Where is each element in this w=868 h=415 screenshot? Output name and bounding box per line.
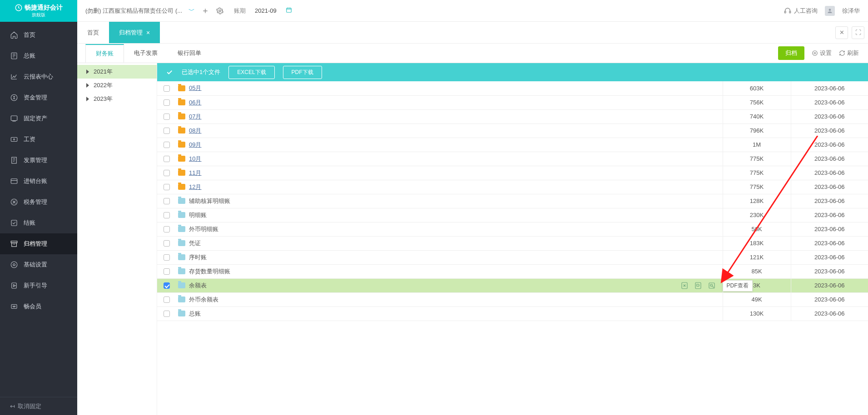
add-icon[interactable] <box>201 7 209 15</box>
table-row[interactable]: 总账 130K 2023-06-06 <box>157 306 868 321</box>
sidebar-item-settings[interactable]: 基础设置 <box>0 254 77 275</box>
sidebar-item-invoice[interactable]: 发票管理 <box>0 150 77 171</box>
file-icon <box>178 311 185 316</box>
folder-link[interactable]: 05月 <box>189 84 201 92</box>
table-row[interactable]: 06月 756K 2023-06-06 <box>157 95 868 109</box>
svg-rect-20 <box>789 11 791 13</box>
sidebar-item-guide[interactable]: 新手引导 <box>0 275 77 296</box>
table-row[interactable]: 明细账 230K 2023-06-06 <box>157 208 868 222</box>
subtab[interactable]: 财务账 <box>85 44 124 63</box>
table-row[interactable]: 07月 740K 2023-06-06 <box>157 109 868 124</box>
table-row[interactable]: 外币余额表 49K 2023-06-06 <box>157 292 868 306</box>
folder-link[interactable]: 07月 <box>189 113 201 121</box>
tax-icon <box>10 198 18 206</box>
row-checkbox[interactable] <box>164 240 170 247</box>
sidebar-item-tax[interactable]: 税务管理 <box>0 192 77 212</box>
page-tab[interactable]: 首页 <box>77 22 109 43</box>
table-row[interactable]: 10月 775K 2023-06-06 <box>157 152 868 166</box>
username[interactable]: 徐泽华 <box>842 7 860 15</box>
sidebar-item-money[interactable]: 资金管理 <box>0 87 77 108</box>
page-tab[interactable]: 归档管理× <box>109 22 160 43</box>
tree-year[interactable]: 2023年 <box>77 92 157 106</box>
settings-link[interactable]: 设置 <box>812 49 832 57</box>
period-value[interactable]: 2021-09 <box>255 7 277 14</box>
tree-year[interactable]: 2022年 <box>77 79 157 92</box>
row-checkbox[interactable] <box>164 85 170 92</box>
folder-link[interactable]: 11月 <box>189 169 201 177</box>
close-tab-button[interactable]: ✕ <box>835 26 848 39</box>
folder-link[interactable]: 08月 <box>189 127 201 135</box>
row-checkbox[interactable] <box>164 268 170 275</box>
pdf-view-icon[interactable]: PDF查看 <box>707 281 716 290</box>
avatar[interactable] <box>825 6 835 16</box>
row-checkbox[interactable] <box>164 184 170 190</box>
sidebar-item-salary[interactable]: 工资 <box>0 129 77 150</box>
subtabs: 财务账电子发票银行回单 归档 设置 刷新 <box>77 44 868 63</box>
table-row[interactable]: 存货数量明细账 85K 2023-06-06 <box>157 264 868 278</box>
row-checkbox[interactable] <box>164 128 170 134</box>
home-icon <box>10 31 18 39</box>
svg-rect-9 <box>11 220 17 226</box>
row-checkbox[interactable] <box>164 311 170 317</box>
company-selector[interactable]: (勿删) 江西服宝精品有限责任公司 (... <box>85 7 182 15</box>
sidebar-item-vip[interactable]: 畅会员 <box>0 296 77 317</box>
calendar-icon[interactable] <box>286 7 292 15</box>
table-row[interactable]: 序时账 121K 2023-06-06 <box>157 250 868 264</box>
tree-year[interactable]: 2021年 <box>77 65 157 79</box>
table-row[interactable]: 11月 775K 2023-06-06 <box>157 166 868 180</box>
file-name: 外币余额表 <box>189 296 218 304</box>
sidebar-item-label: 云报表中心 <box>24 73 53 81</box>
refresh-link[interactable]: 刷新 <box>839 49 859 57</box>
date-cell: 2023-06-06 <box>791 194 868 208</box>
archive-button[interactable]: 归档 <box>778 46 804 60</box>
folder-link[interactable]: 06月 <box>189 99 201 107</box>
table-row[interactable]: 08月 796K 2023-06-06 <box>157 124 868 138</box>
subtab[interactable]: 电子发票 <box>124 44 168 63</box>
date-cell: 2023-06-06 <box>791 236 868 250</box>
pin-toggle[interactable]: ↤ 取消固定 <box>0 397 77 415</box>
row-checkbox[interactable] <box>164 170 170 176</box>
row-checkbox[interactable] <box>164 114 170 120</box>
inout-icon <box>10 177 18 185</box>
row-checkbox[interactable] <box>164 212 170 218</box>
table-row[interactable]: 凭证 183K 2023-06-06 <box>157 236 868 250</box>
close-icon[interactable]: × <box>146 29 150 36</box>
row-checkbox[interactable] <box>164 142 170 148</box>
sidebar-item-home[interactable]: 首页 <box>0 25 77 45</box>
folder-link[interactable]: 09月 <box>189 141 201 149</box>
svg-marker-15 <box>14 285 16 287</box>
pdf-download-button[interactable]: PDF下载 <box>283 66 322 79</box>
gear-icon[interactable] <box>216 7 224 15</box>
table-row[interactable]: 12月 775K 2023-06-06 <box>157 180 868 194</box>
file-name: 外币明细账 <box>189 225 218 233</box>
table-row[interactable]: 余额表 PDF查看 3K 2023-06-06 <box>157 278 868 292</box>
sidebar-item-close-period[interactable]: 结账 <box>0 212 77 233</box>
row-checkbox[interactable] <box>164 198 170 204</box>
table-row[interactable]: 辅助核算明细账 128K 2023-06-06 <box>157 194 868 208</box>
sidebar-item-chart[interactable]: 云报表中心 <box>0 66 77 87</box>
sidebar-item-label: 畅会员 <box>24 302 41 311</box>
row-checkbox[interactable] <box>164 282 170 289</box>
excel-download-icon[interactable] <box>680 281 689 290</box>
table-row[interactable]: 外币明细账 56K 2023-06-06 <box>157 222 868 236</box>
fullscreen-button[interactable]: ⛶ <box>852 26 864 39</box>
row-checkbox[interactable] <box>164 156 170 162</box>
file-grid: 05月 603K 2023-06-06 06月 756K 2023-06-06 … <box>157 81 868 415</box>
table-row[interactable]: 05月 603K 2023-06-06 <box>157 81 868 95</box>
excel-download-button[interactable]: EXCEL下载 <box>228 66 274 79</box>
sidebar-item-inout[interactable]: 进销台账 <box>0 171 77 192</box>
chevron-down-icon[interactable]: ﹀ <box>188 7 195 15</box>
row-checkbox[interactable] <box>164 226 170 232</box>
sidebar-item-asset[interactable]: 固定资产 <box>0 108 77 129</box>
consult-button[interactable]: 人工咨询 <box>784 7 818 15</box>
row-checkbox[interactable] <box>164 99 170 106</box>
row-checkbox[interactable] <box>164 296 170 303</box>
table-row[interactable]: 09月 1M 2023-06-06 <box>157 138 868 152</box>
sidebar-item-archive[interactable]: 归档管理 <box>0 233 77 254</box>
sidebar-item-ledger[interactable]: 总账 <box>0 45 77 66</box>
folder-link[interactable]: 12月 <box>189 183 201 191</box>
row-checkbox[interactable] <box>164 254 170 261</box>
pdf-download-icon[interactable] <box>694 281 703 290</box>
subtab[interactable]: 银行回单 <box>168 44 211 63</box>
folder-link[interactable]: 10月 <box>189 155 201 163</box>
